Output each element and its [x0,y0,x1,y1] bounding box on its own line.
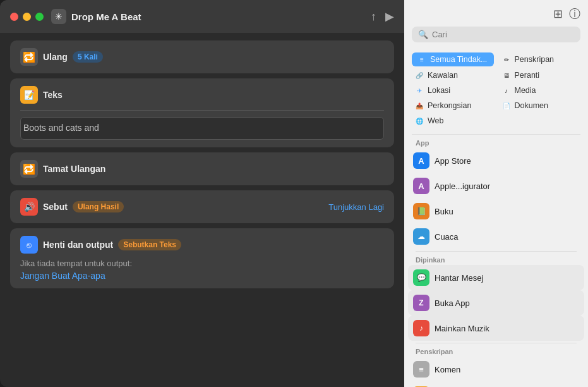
web-icon: 🌐 [414,116,424,126]
speak-title: Sebut [43,202,68,212]
buku-icon: 📗 [413,203,429,219]
action-mainkan-muzik[interactable]: ♪ Mainkan Muzik [408,316,584,341]
action-komen[interactable]: ≡ Komen [408,357,584,382]
title-bar: ✳ Drop Me A Beat ↑ ▶ [0,0,404,33]
repeat-card: 🔁 Ulang 5 Kali [10,40,394,73]
action-cuaca[interactable]: ☁ Cuaca [408,224,584,249]
category-kawalan-label: Kawalan [428,71,458,80]
action-komen-label: Komen [435,365,460,374]
category-penskripan-label: Penskripan [515,55,555,64]
right-toolbar: ⊞ ⓘ [412,6,580,22]
action-mainkan-muzik-label: Mainkan Muzik [435,324,489,333]
cuaca-icon: ☁ [413,228,429,245]
category-peranti[interactable]: 🖥 Peranti [499,69,581,82]
category-peranti-label: Peranti [515,71,540,80]
all-icon: ≡ [417,54,427,64]
app-icon: ✳ [51,9,66,24]
close-button[interactable] [10,13,18,21]
category-grid: ≡ Semua Tindak... ✏ Penskripan 🔗 Kawalan… [404,47,588,132]
category-dokumen[interactable]: 📄 Dokumen [499,99,581,112]
end-repeat-title: Tamat Ulangan [43,164,105,174]
search-input[interactable] [432,30,574,39]
action-buku[interactable]: 📗 Buku [408,199,584,224]
hantar-mesej-icon: 💬 [413,269,429,286]
text-card: 📝 Teks Boots and cats and [10,78,394,147]
media-icon: ♪ [501,85,512,95]
category-perkongsian[interactable]: 📤 Perkongsian [412,99,494,112]
output-link[interactable]: Jangan Buat Apa-apa [20,271,384,281]
section-penskripan-label: Penskripan [408,345,584,357]
category-perkongsian-label: Perkongsian [428,101,472,110]
category-penskripan[interactable]: ✏ Penskripan [499,52,581,66]
stop-title: Henti dan output [43,240,113,250]
text-card-header: 📝 Teks [20,86,384,104]
content-area: 🔁 Ulang 5 Kali 📝 Teks Boots and cats and… [0,33,404,387]
text-divider [20,110,384,111]
action-buka-app[interactable]: Z Buka App [408,290,584,316]
category-lokasi-label: Lokasi [428,86,450,95]
komen-icon: ≡ [413,361,429,378]
appstore-icon: A [413,152,429,169]
left-panel: ✳ Drop Me A Beat ↑ ▶ 🔁 Ulang 5 Kali 📝 Te… [0,0,404,387]
speak-action[interactable]: Tunjukkan Lagi [328,202,384,212]
play-button[interactable]: ▶ [385,11,394,22]
traffic-lights [10,13,44,21]
category-all[interactable]: ≡ Semua Tindak... [412,52,494,66]
speak-card-header: 🔊 Sebut Ulang Hasil Tunjukkan Lagi [20,198,384,216]
end-repeat-header: 🔁 Tamat Ulangan [20,160,384,178]
action-buku-label: Buku [435,207,453,216]
action-hantar-mesej[interactable]: 💬 Hantar Mesej [408,265,584,290]
minimize-button[interactable] [23,13,31,21]
stop-badge[interactable]: Sebutkan Teks [118,239,181,250]
category-media[interactable]: ♪ Media [499,84,581,97]
peranti-icon: 🖥 [501,70,512,80]
section-app-label: App [408,137,584,148]
text-icon: 📝 [20,86,38,104]
speak-card: 🔊 Sebut Ulang Hasil Tunjukkan Lagi [10,190,394,223]
repeat-badge[interactable]: 5 Kali [73,51,103,63]
category-media-label: Media [515,86,536,95]
right-panel: ⊞ ⓘ 🔍 ≡ Semua Tindak... ✏ Penskripan 🔗 K… [404,0,588,387]
apple-igurator-icon: A [413,178,429,194]
search-box: 🔍 [412,27,580,42]
category-kawalan[interactable]: 🔗 Kawalan [412,69,494,82]
text-title: Teks [43,90,63,100]
dokumen-icon: 📄 [501,101,512,111]
share-button[interactable]: ↑ [371,11,376,22]
action-apple-igurator[interactable]: A Apple...igurator [408,173,584,199]
action-list: App A App Store A Apple...igurator 📗 Buk… [404,137,588,387]
buka-app-icon: Z [413,295,429,311]
penskripan-divider [416,343,577,343]
grid-button[interactable]: ⊞ [553,6,563,22]
category-lokasi[interactable]: ✈ Lokasi [412,84,494,97]
action-cuaca-label: Cuaca [435,232,459,242]
action-appstore-label: App Store [435,156,471,166]
end-repeat-icon: 🔁 [20,160,38,178]
stop-output-card: ⎋ Henti dan output Sebutkan Teks Jika ti… [10,228,394,288]
repeat-card-header: 🔁 Ulang 5 Kali [20,48,384,66]
kawalan-icon: 🔗 [414,70,424,80]
text-content-field[interactable]: Boots and cats and [20,117,384,140]
dipinkan-divider [416,251,577,252]
perkongsian-icon: 📤 [414,101,424,111]
fullscreen-button[interactable] [35,13,44,21]
action-hantar-mesej-label: Hantar Mesej [435,273,483,283]
category-divider [412,134,580,135]
action-tunjukkan-hasil[interactable]: ▣ Tunjukkan Hasil [408,382,584,387]
repeat-icon: 🔁 [20,48,38,66]
info-button[interactable]: ⓘ [569,6,580,22]
right-header: ⊞ ⓘ 🔍 [404,0,588,47]
category-web[interactable]: 🌐 Web [412,114,494,127]
end-repeat-card: 🔁 Tamat Ulangan [10,152,394,185]
action-apple-igurator-label: Apple...igurator [435,181,490,191]
action-buka-app-label: Buka App [435,298,470,308]
title-actions: ↑ ▶ [371,11,394,22]
mainkan-muzik-icon: ♪ [413,320,429,336]
search-icon: 🔍 [418,30,428,39]
app-title: Drop Me A Beat [71,11,371,22]
speak-icon: 🔊 [20,198,38,216]
category-web-label: Web [428,116,443,125]
action-appstore[interactable]: A App Store [408,148,584,173]
speak-badge[interactable]: Ulang Hasil [73,201,124,212]
penskripan-icon: ✏ [501,54,512,64]
